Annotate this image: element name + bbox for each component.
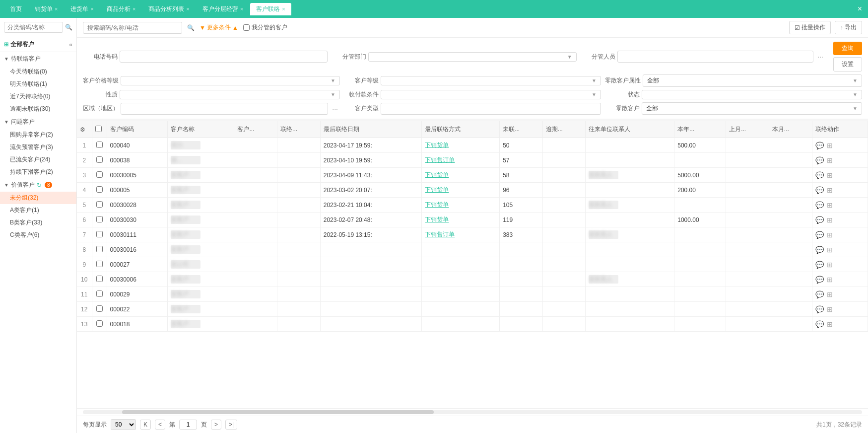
close-all-tabs-button[interactable]: × <box>856 2 864 15</box>
row-checkbox[interactable] <box>96 186 103 193</box>
phone-input[interactable] <box>120 51 328 63</box>
customer-level-select[interactable]: ▼ <box>381 76 601 85</box>
tab-product-analysis[interactable]: 商品分析 × <box>101 3 141 15</box>
scatter-customer-select[interactable]: 全部 ▼ <box>642 102 862 115</box>
message-icon[interactable]: 💬 <box>815 246 824 254</box>
message-icon[interactable]: 💬 <box>815 186 824 194</box>
status-select[interactable]: ▼ <box>642 90 862 99</box>
search-icon[interactable]: 🔍 <box>65 24 72 31</box>
grid-action-icon[interactable]: ⊞ <box>827 276 833 284</box>
row-checkbox[interactable] <box>96 246 103 252</box>
ellipsis-icon[interactable]: ··· <box>815 53 825 61</box>
message-icon[interactable]: 💬 <box>815 201 824 209</box>
sidebar-item-churned[interactable]: 已流失客户(24) <box>0 153 76 166</box>
row-checkbox[interactable] <box>96 142 103 148</box>
first-page-button[interactable]: K <box>140 420 151 430</box>
row-checkbox[interactable] <box>96 201 103 208</box>
search-icon[interactable]: 🔍 <box>187 24 195 31</box>
tab-product-analysis-list[interactable]: 商品分析列表 × <box>142 3 195 15</box>
sidebar-item-unclassified[interactable]: 未分组(32) <box>0 192 76 204</box>
sidebar-item-all-customers[interactable]: ⊞ 全部客户 « <box>0 37 76 52</box>
close-icon[interactable]: × <box>133 6 135 12</box>
current-page-input[interactable] <box>179 420 197 430</box>
last-method-link[interactable]: 下销货单 <box>425 171 449 178</box>
sidebar-group-pending-contact[interactable]: ▼ 待联络客户 <box>0 52 76 66</box>
message-icon[interactable]: 💬 <box>815 156 824 164</box>
page-size-select[interactable]: 50 20 100 <box>111 419 136 430</box>
payment-select[interactable]: ▼ <box>381 90 601 99</box>
customer-type-input[interactable] <box>381 103 601 115</box>
last-method-link[interactable]: 下销售订单 <box>425 231 455 238</box>
message-icon[interactable]: 💬 <box>815 171 824 179</box>
message-icon[interactable]: 💬 <box>815 142 824 149</box>
message-icon[interactable]: 💬 <box>815 216 824 224</box>
grid-action-icon[interactable]: ⊞ <box>827 231 833 239</box>
sidebar-item-overdue-contact[interactable]: 逾期未联络(30) <box>0 103 76 115</box>
batch-operation-button[interactable]: ☑ 批量操作 <box>789 21 831 34</box>
row-checkbox-cell[interactable] <box>92 198 107 213</box>
sidebar-item-class-b[interactable]: B类客户(33) <box>0 216 76 229</box>
row-checkbox-cell[interactable] <box>92 138 107 153</box>
grid-action-icon[interactable]: ⊞ <box>827 261 833 269</box>
person-input[interactable] <box>617 51 814 63</box>
close-icon[interactable]: × <box>90 6 93 12</box>
tab-purchase-order[interactable]: 进货单 × <box>65 3 99 15</box>
select-all-checkbox[interactable] <box>95 126 102 132</box>
row-checkbox-cell[interactable] <box>92 168 107 183</box>
row-checkbox[interactable] <box>96 171 103 178</box>
grid-action-icon[interactable]: ⊞ <box>827 186 833 194</box>
search-input[interactable] <box>83 22 182 34</box>
last-method-link[interactable]: 下销货单 <box>425 216 449 223</box>
grid-action-icon[interactable]: ⊞ <box>827 216 833 224</box>
ellipsis-icon[interactable]: ··· <box>330 105 340 113</box>
row-checkbox[interactable] <box>96 156 103 163</box>
message-icon[interactable]: 💬 <box>815 261 824 269</box>
close-icon[interactable]: × <box>240 6 243 12</box>
col-checkbox[interactable] <box>92 121 107 138</box>
sidebar-item-class-a[interactable]: A类客户(1) <box>0 204 76 216</box>
grid-action-icon[interactable]: ⊞ <box>827 142 833 149</box>
dept-select[interactable]: ▼ <box>368 52 576 62</box>
price-level-select[interactable]: ▼ <box>121 76 340 85</box>
last-method-link[interactable]: 下销货单 <box>425 186 449 193</box>
query-button[interactable]: 查询 <box>833 42 862 55</box>
nature-select[interactable]: ▼ <box>120 90 340 99</box>
grid-action-icon[interactable]: ⊞ <box>827 171 833 179</box>
next-page-button[interactable]: > <box>211 420 221 430</box>
message-icon[interactable]: 💬 <box>815 305 824 313</box>
collapse-icon[interactable]: « <box>69 41 72 48</box>
row-checkbox-cell[interactable] <box>92 317 107 332</box>
row-checkbox-cell[interactable] <box>92 287 107 302</box>
row-checkbox-cell[interactable] <box>92 213 107 227</box>
sidebar-item-7days-pending[interactable]: 近7天待联络(0) <box>0 90 76 103</box>
sidebar-item-declining[interactable]: 持续下滑客户(2) <box>0 166 76 178</box>
row-checkbox[interactable] <box>96 216 103 222</box>
sidebar-item-abnormal-hoarding[interactable]: 囤购异常客户(2) <box>0 129 76 141</box>
row-checkbox[interactable] <box>96 320 103 327</box>
region-input[interactable] <box>121 103 328 115</box>
row-checkbox-cell[interactable] <box>92 183 107 198</box>
grid-action-icon[interactable]: ⊞ <box>827 246 833 254</box>
row-checkbox[interactable] <box>96 231 103 237</box>
close-icon[interactable]: × <box>282 6 285 12</box>
close-icon[interactable]: × <box>186 6 189 12</box>
message-icon[interactable]: 💬 <box>815 290 824 298</box>
message-icon[interactable]: 💬 <box>815 231 824 239</box>
my-customers-filter[interactable]: 我分管的客户 <box>243 23 287 32</box>
message-icon[interactable]: 💬 <box>815 276 824 284</box>
row-checkbox-cell[interactable] <box>92 242 107 257</box>
grid-action-icon[interactable]: ⊞ <box>827 290 833 298</box>
tab-customer-segment[interactable]: 客户分层经营 × <box>197 3 249 15</box>
sidebar-group-value-customers[interactable]: ▼ 价值客户 ↻ 8 <box>0 178 76 192</box>
row-checkbox-cell[interactable] <box>92 302 107 317</box>
sidebar-group-problem-customers[interactable]: ▼ 问题客户 <box>0 115 76 129</box>
grid-action-icon[interactable]: ⊞ <box>827 156 833 164</box>
reset-button[interactable]: 设置 <box>833 57 862 72</box>
row-checkbox-cell[interactable] <box>92 257 107 272</box>
more-conditions-button[interactable]: ▼ 更多条件 ▲ <box>200 23 238 32</box>
grid-action-icon[interactable]: ⊞ <box>827 320 833 328</box>
sidebar-item-churn-warning[interactable]: 流失预警客户(3) <box>0 141 76 153</box>
last-page-button[interactable]: >| <box>225 420 237 430</box>
message-icon[interactable]: 💬 <box>815 320 824 328</box>
gear-icon[interactable]: ⚙ <box>80 126 85 133</box>
